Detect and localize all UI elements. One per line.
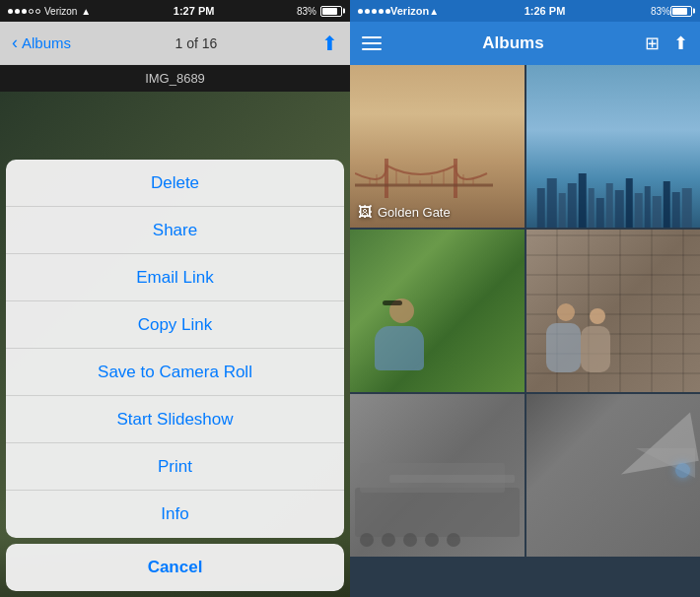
wifi-icon: ▲ [81,6,91,17]
bridge-svg [355,154,493,203]
figure1-head [557,303,575,321]
grid-cell-golden-gate[interactable]: 🖼 Golden Gate [350,65,525,228]
svg-rect-23 [644,186,650,228]
right-carrier: Verizon [390,5,429,17]
svg-rect-21 [625,178,632,228]
svg-rect-25 [663,181,669,228]
back-button[interactable]: ‹ Albums [12,33,71,53]
engine-glow [675,463,690,478]
grid-cell-tank[interactable] [350,394,525,557]
svg-rect-22 [634,193,642,228]
right-wifi-icon: ▲ [429,6,439,17]
svg-rect-20 [614,190,623,228]
wheel4 [425,533,439,547]
right-battery-pct: 83% [651,6,670,17]
action-sheet-group: Delete Share Email Link Copy Link Save t… [6,160,344,538]
right-battery-icon [670,6,692,17]
r-dot3 [372,9,377,14]
wheel2 [382,533,395,547]
album-stack-icon: 🖼 [358,204,372,220]
battery-icon [320,6,342,17]
share-button[interactable]: ⬆ [321,32,338,55]
action-start-slideshow[interactable]: Start Slideshow [6,396,344,443]
wheel5 [447,533,460,547]
grid-cell-sf-skyline[interactable] [526,65,701,228]
figure-body [375,298,429,367]
right-nav-title: Albums [482,33,543,53]
action-delete[interactable]: Delete [6,160,344,207]
battery-percent: 83% [297,6,316,17]
action-sheet-overlay: Delete Share Email Link Copy Link Save t… [0,160,350,597]
svg-rect-19 [605,183,612,228]
action-sheet: Delete Share Email Link Copy Link Save t… [0,160,350,591]
action-info[interactable]: Info [6,491,344,538]
menu-line-2 [362,42,382,44]
dot2 [15,9,20,14]
r-dot1 [358,9,363,14]
right-status-time: 1:26 PM [439,5,651,17]
status-time: 1:27 PM [174,5,215,17]
right-nav-bar: Albums ⊞ ⬆ [350,22,700,65]
dot4 [29,9,34,14]
svg-rect-18 [595,198,603,228]
action-cancel[interactable]: Cancel [6,544,344,591]
figure2-body [581,326,610,372]
figure1 [546,303,586,372]
right-share-icon[interactable]: ⬆ [673,33,688,54]
figure2 [581,308,615,372]
action-copy-link[interactable]: Copy Link [6,301,344,349]
svg-rect-17 [588,188,594,228]
tank-wheels [360,533,460,547]
r-dot4 [379,9,384,14]
dot3 [22,9,27,14]
right-status-bar: Verizon ▲ 1:26 PM 83% [350,0,700,22]
action-print[interactable]: Print [6,443,344,491]
tank-body [355,488,520,537]
wheel3 [403,533,417,547]
photo-filename: IMG_8689 [0,65,350,92]
sunglasses [383,300,402,305]
menu-button[interactable] [362,36,382,50]
action-share[interactable]: Share [6,207,344,254]
r-dot2 [365,9,370,14]
svg-rect-13 [546,178,556,228]
wheel1 [360,533,374,547]
dot5 [35,9,40,14]
status-right: 83% [297,6,342,17]
figure2-head [590,308,605,324]
photo-grid: 🖼 Golden Gate [350,65,700,597]
menu-line-3 [362,48,382,50]
action-save-camera-roll[interactable]: Save to Camera Roll [6,349,344,396]
skyline-svg [526,149,701,228]
svg-rect-12 [536,188,544,228]
right-signal-dots [358,9,390,14]
svg-rect-16 [578,173,586,228]
back-arrow-icon: ‹ [12,33,18,53]
svg-rect-14 [558,193,565,228]
left-panel: Verizon ▲ 1:27 PM 83% ‹ Albums 1 of 16 ⬆… [0,0,350,597]
svg-rect-26 [671,192,679,228]
tank-barrel [389,475,515,483]
svg-rect-27 [681,188,691,228]
grid-cell-man-sitting[interactable] [350,230,525,392]
grid-cell-couple[interactable] [526,230,701,392]
action-email-link[interactable]: Email Link [6,254,344,301]
back-label: Albums [22,34,71,51]
menu-line-1 [362,36,382,38]
right-nav-icons: ⊞ ⬆ [645,33,688,54]
battery-fill [322,8,337,15]
album-name-label: Golden Gate [378,205,451,220]
left-status-bar: Verizon ▲ 1:27 PM 83% [0,0,350,22]
figure-torso [375,326,424,370]
album-label: 🖼 Golden Gate [358,204,451,220]
figure1-body [546,323,581,372]
carrier-label: Verizon [44,6,77,17]
right-battery-fill [672,8,687,15]
grid-cell-spaceship[interactable] [526,394,701,557]
right-panel: Verizon ▲ 1:26 PM 83% Albums ⊞ ⬆ [350,0,700,597]
svg-rect-15 [567,183,576,228]
grid-view-icon[interactable]: ⊞ [645,33,660,54]
nav-counter: 1 of 16 [175,35,218,51]
left-nav-bar: ‹ Albums 1 of 16 ⬆ [0,22,350,65]
svg-rect-24 [652,196,661,228]
